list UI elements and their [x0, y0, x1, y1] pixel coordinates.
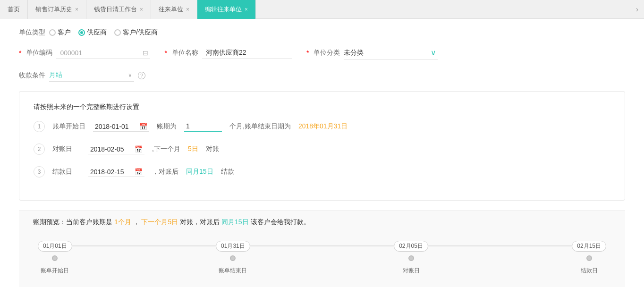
timeline-badge-2: 02月05日: [394, 241, 428, 252]
payment-terms-select[interactable]: 月结 ∨: [49, 69, 134, 82]
step-2-row: 2 对账日 📅 ,下一个月 5日 对账: [34, 144, 610, 155]
payment-terms-row: 收款条件 月结 ∨ ?: [19, 69, 625, 82]
timeline-badge-0: 01月01日: [38, 241, 72, 252]
radio-customer-circle: [49, 29, 56, 36]
step-2-cal-icon[interactable]: 📅: [135, 145, 143, 153]
preview-part1-sep: ，: [133, 218, 140, 226]
unit-code-star: *: [19, 49, 21, 57]
step-1-date-group: 📅: [93, 122, 149, 132]
step-2-number: 2: [34, 144, 45, 155]
radio-customer[interactable]: 客户: [49, 28, 71, 37]
unit-category-group: * 单位分类 未分类 ∨: [306, 46, 438, 59]
tab-home-label: 首页: [8, 5, 20, 14]
timeline-label-3: 结款日: [581, 267, 598, 275]
timeline-label-2: 对账日: [403, 267, 420, 275]
step-2-date-input[interactable]: [90, 145, 133, 153]
unit-type-label: 单位类型: [19, 28, 45, 37]
tab-sales-order[interactable]: 销售订单历史 ×: [28, 0, 86, 19]
timeline-point-2: 02月05日 对账日: [394, 241, 428, 275]
preview-part2: 下一个月5日: [141, 218, 178, 226]
step-3-date-group: 📅: [88, 167, 144, 177]
step-3-date-input[interactable]: [90, 168, 133, 176]
step-1-row: 1 账单开始日 📅 账期为 个月,账单结束日期为 2018年01月31日: [34, 121, 610, 132]
section-title: 请按照未来的一个完整帐期进行设置: [34, 103, 610, 111]
radio-supplier[interactable]: 供应商: [78, 28, 107, 37]
step-3-row: 3 结款日 📅 ，对账后 同月15日 结款: [34, 166, 610, 177]
timeline-label-1: 账单结束日: [219, 267, 247, 275]
unit-code-input-wrapper: ⊟: [56, 47, 150, 59]
timeline: 01月01日 账单开始日 01月31日 账单结束日 02月05日 对账日 02月…: [19, 236, 625, 287]
code-name-category-row: * 单位编码 ⊟ * 单位名称 * 单位分类 未分类 ∨: [19, 46, 625, 59]
step-1-date-input[interactable]: [95, 123, 137, 130]
period-settings-section: 请按照未来的一个完整帐期进行设置 1 账单开始日 📅 账期为 个月,账单结束日期…: [19, 91, 625, 201]
preview-text: 账期预览：当前客户账期是 1个月 ， 下一个月5日 对账，对账后 同月15日 该…: [19, 218, 625, 227]
unit-name-label: 单位名称: [172, 49, 198, 57]
tab-expand-button[interactable]: ›: [630, 5, 644, 14]
preview-prefix: 账期预览：当前客户账期是: [33, 218, 112, 226]
tab-partner[interactable]: 往来单位 ×: [151, 0, 197, 19]
step-1-period-input[interactable]: [184, 121, 222, 132]
radio-supplier-label: 供应商: [87, 28, 107, 37]
step-2-label: 对账日: [52, 145, 81, 153]
unit-name-input[interactable]: [202, 47, 292, 59]
step-2-highlight: 5日: [188, 145, 198, 153]
tab-cash-work[interactable]: 钱货日清工作台 ×: [86, 0, 151, 19]
unit-category-select[interactable]: 未分类 ∨: [344, 46, 438, 59]
unit-code-group: * 单位编码 ⊟: [19, 47, 150, 59]
tab-home[interactable]: 首页: [0, 0, 28, 19]
tab-edit-partner[interactable]: 编辑往来单位 ×: [197, 0, 256, 19]
account-preview-section: 账期预览：当前客户账期是 1个月 ， 下一个月5日 对账，对账后 同月15日 该…: [19, 210, 625, 287]
payment-terms-group: 收款条件 月结 ∨ ?: [19, 69, 145, 82]
radio-both[interactable]: 客户/供应商: [114, 28, 158, 37]
step-3-suffix-post: 结款: [221, 168, 234, 176]
tab-cash-work-close[interactable]: ×: [140, 7, 143, 12]
tab-partner-close[interactable]: ×: [186, 7, 189, 12]
tab-sales-order-label: 销售订单历史: [35, 5, 72, 14]
timeline-points: 01月01日 账单开始日 01月31日 账单结束日 02月05日 对账日 02月…: [38, 241, 606, 275]
main-content: 单位类型 客户 供应商 客户/供应商 * 单位编码: [0, 19, 644, 287]
unit-type-row: 单位类型 客户 供应商 客户/供应商: [19, 28, 625, 37]
unit-category-label: 单位分类: [314, 49, 340, 57]
tab-edit-partner-label: 编辑往来单位: [205, 5, 242, 14]
timeline-badge-3: 02月15日: [572, 241, 606, 252]
radio-group: 客户 供应商 客户/供应商: [49, 28, 158, 37]
timeline-point-1: 01月31日 账单结束日: [216, 241, 250, 275]
step-2-suffix-post: 对账: [206, 145, 219, 153]
payment-terms-help-icon[interactable]: ?: [138, 72, 145, 79]
step-3-highlight: 同月15日: [186, 168, 213, 176]
timeline-point-3: 02月15日 结款日: [572, 241, 606, 275]
unit-code-copy-icon[interactable]: ⊟: [143, 49, 148, 57]
step-1-number: 1: [34, 121, 45, 132]
unit-category-dropdown-icon[interactable]: ∨: [431, 48, 436, 57]
preview-part1: 1个月: [114, 218, 131, 226]
timeline-badge-1: 01月31日: [216, 241, 250, 252]
preview-part3-suffix: 该客户会给我打款。: [251, 218, 310, 226]
step-3-number: 3: [34, 166, 45, 177]
timeline-dot-0: [52, 255, 58, 261]
radio-both-label: 客户/供应商: [123, 28, 158, 37]
unit-code-input[interactable]: [60, 49, 143, 57]
payment-terms-arrow[interactable]: ∨: [128, 72, 132, 78]
step-2-suffix-pre: ,下一个月: [152, 145, 180, 153]
step-3-cal-icon[interactable]: 📅: [135, 168, 143, 176]
radio-supplier-circle: [78, 29, 85, 36]
step-1-cal-icon[interactable]: 📅: [139, 123, 147, 130]
radio-customer-label: 客户: [58, 28, 71, 37]
timeline-point-0: 01月01日 账单开始日: [38, 241, 72, 275]
tab-edit-partner-close[interactable]: ×: [245, 7, 248, 12]
preview-part2-sep: 对账，对账后: [180, 218, 220, 226]
tab-bar: 首页 销售订单历史 × 钱货日清工作台 × 往来单位 × 编辑往来单位 × ›: [0, 0, 644, 19]
timeline-dot-1: [230, 255, 236, 261]
step-1-period-unit: 个月,账单结束日期为: [229, 122, 291, 131]
unit-category-star: *: [306, 49, 309, 57]
step-1-label: 账单开始日: [52, 122, 85, 131]
step-3-label: 结款日: [52, 168, 81, 176]
step-1-end-date: 2018年01月31日: [298, 122, 347, 131]
radio-both-circle: [114, 29, 121, 36]
step-2-date-group: 📅: [88, 144, 144, 154]
tab-sales-order-close[interactable]: ×: [75, 7, 78, 12]
payment-terms-label: 收款条件: [19, 71, 45, 80]
timeline-dot-2: [408, 255, 414, 261]
tab-cash-work-label: 钱货日清工作台: [94, 5, 137, 14]
unit-name-group: * 单位名称: [164, 47, 292, 59]
